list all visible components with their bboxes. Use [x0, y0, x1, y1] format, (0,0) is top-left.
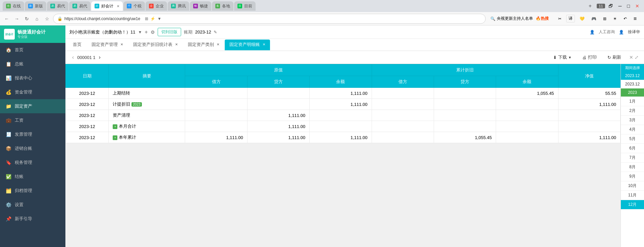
browser-tab-3[interactable]: 易易代 — [69, 1, 91, 11]
browser-tab-1[interactable]: 新新版 — [25, 1, 46, 11]
cell-0-orig-debit — [185, 88, 247, 99]
browser-tab-6[interactable]: 企企业 — [146, 1, 167, 11]
bookmark-button[interactable]: ☆ — [43, 15, 51, 23]
browser-tab-9[interactable]: 各各地 — [212, 1, 233, 11]
period-item-8[interactable]: 6月 — [621, 144, 644, 153]
sidebar-item-设置[interactable]: ⚙️ 设置 — [0, 198, 65, 212]
content-tab-1[interactable]: 固定资产管理 ✕ — [87, 40, 128, 50]
qr-icon[interactable]: ⊞ — [145, 16, 148, 21]
sidebar-item-报表中心[interactable]: 📊 报表中心 — [0, 71, 65, 85]
browser-tab-10[interactable]: 目目前 — [234, 1, 256, 11]
brightness-icon[interactable]: ☀ — [611, 16, 619, 22]
refresh-button[interactable]: ↻ 刷新 — [605, 53, 624, 62]
close-panel-icon[interactable]: ✕ — [629, 55, 633, 60]
close-window-icon[interactable]: ✕ — [633, 3, 641, 9]
browser-tab-2[interactable]: 易易代 — [47, 1, 68, 11]
content-tab-0[interactable]: 首页 — [68, 40, 86, 50]
dropdown-icon[interactable]: ▼ — [138, 30, 142, 35]
period-item-6[interactable]: 4月 — [621, 125, 644, 134]
row-expand-icon[interactable]: + — [113, 124, 117, 129]
wallet-icon[interactable]: 💛 — [578, 16, 587, 22]
consult-label[interactable]: 人工咨询 — [599, 29, 615, 35]
period-item-7[interactable]: 5月 — [621, 134, 644, 144]
content-tab-2[interactable]: 固定资产折旧统计表 ✕ — [128, 40, 182, 50]
sidebar-item-进销台账[interactable]: 📦 进销台账 — [0, 141, 65, 156]
download-dropdown-icon[interactable]: ▼ — [568, 56, 572, 59]
history-icon[interactable]: ↶ — [622, 16, 629, 22]
scissors-icon[interactable]: ✂ — [556, 16, 564, 22]
tab-close-4[interactable]: ✕ — [117, 4, 119, 8]
address-bar: ← → ↻ ⌂ ☆ 🔒 https://cloud.chanjet.com/ac… — [0, 12, 644, 25]
period-item-0[interactable]: 2023.12 — [621, 72, 644, 80]
period-item-14[interactable]: 12月 — [621, 200, 644, 209]
refresh-button[interactable]: ↻ — [23, 15, 31, 23]
browser-tab-5[interactable]: 个个税 — [123, 1, 145, 11]
sidebar-item-结账[interactable]: ✅ 结账 — [0, 170, 65, 184]
cell-4-dep-debit — [372, 132, 434, 143]
sidebar-item-发票管理[interactable]: 🧾 发票管理 — [0, 127, 65, 141]
restore-window-icon[interactable]: 🗗 — [606, 3, 615, 9]
header-dep-balance: 余额 — [496, 76, 558, 88]
sidebar-item-新手引导[interactable]: 📌 新手引导 — [0, 212, 65, 226]
minimize-icon[interactable]: ─ — [616, 3, 624, 9]
period-item-4[interactable]: 2月 — [621, 106, 644, 116]
tab-favicon-8: 畅 — [193, 4, 198, 8]
period-item-10[interactable]: 8月 — [621, 163, 644, 172]
sidebar-item-工资[interactable]: 💼 工资 — [0, 113, 65, 127]
period-item-2[interactable]: 2023 — [621, 88, 644, 97]
grid-icon[interactable]: ⊞ — [601, 16, 608, 22]
cast-icon[interactable]: ⚡ — [150, 16, 155, 21]
period-item-13[interactable]: 11月 — [621, 191, 644, 200]
content-tab-close-2[interactable]: ✕ — [175, 43, 178, 46]
browser-tab-0[interactable]: 在在线 — [3, 1, 24, 11]
next-arrow[interactable]: › — [98, 54, 102, 60]
expand-panel-icon[interactable]: ⤢ — [635, 55, 639, 60]
browser-tab-4[interactable]: 好好会计✕ — [91, 1, 123, 11]
home-button[interactable]: ⌂ — [33, 15, 41, 23]
sidebar-item-税务管理[interactable]: 🔖 税务管理 — [0, 156, 65, 170]
dropdown-arrow-icon[interactable]: ▼ — [157, 16, 161, 21]
print-button[interactable]: 🖨 打印 — [580, 53, 599, 62]
back-button[interactable]: ← — [3, 15, 11, 23]
period-item-1[interactable]: 2023.12 — [621, 80, 644, 88]
switch-version-button[interactable]: 切到旧版 — [158, 28, 181, 36]
sidebar-item-资金管理[interactable]: 💰 资金管理 — [0, 85, 65, 99]
sidebar-icon-5: 💼 — [5, 117, 11, 123]
app-logo: 好会计 — [4, 29, 15, 40]
browser-tab-8[interactable]: 畅畅捷 — [190, 1, 211, 11]
menu-icon[interactable]: ≡ — [632, 15, 639, 22]
row-expand-icon[interactable]: + — [113, 135, 117, 140]
game-icon[interactable]: 🎮 — [589, 16, 598, 22]
edit-period-icon[interactable]: ✎ — [214, 30, 217, 35]
url-bar[interactable]: 🔒 https://cloud.chanjet.com/accounting/u… — [53, 14, 486, 24]
period-item-3[interactable]: 1月 — [621, 97, 644, 106]
content-tab-close-3[interactable]: ✕ — [217, 43, 219, 46]
download-button[interactable]: ⬇ 下载 ▼ — [550, 53, 574, 62]
new-tab-button[interactable]: + — [585, 1, 595, 11]
app-title: 畅捷通好会计 — [17, 29, 46, 35]
period-item-11[interactable]: 9月 — [621, 172, 644, 181]
maximize-icon[interactable]: □ — [625, 3, 632, 9]
forward-button[interactable]: → — [13, 15, 21, 23]
prev-arrow[interactable]: ‹ — [71, 54, 75, 60]
content-tab-close-4[interactable]: ✕ — [263, 43, 265, 46]
period-item-12[interactable]: 10月 — [621, 181, 644, 191]
content-tab-3[interactable]: 固定资产类别 ✕ — [183, 40, 224, 50]
period-item-9[interactable]: 7月 — [621, 153, 644, 163]
period-item-5[interactable]: 3月 — [621, 116, 644, 125]
browser-tab-7[interactable]: 腾腾讯 — [168, 1, 189, 11]
sidebar-item-固定资产[interactable]: 📁 固定资产 — [0, 99, 65, 113]
right-panel: 刘小艳演示账套（勿删勿动！）11 ▼ + ⚙ 切到旧版 账期 2023-12 ✎… — [65, 25, 644, 247]
add-account-icon[interactable]: + — [145, 29, 148, 35]
sidebar-item-归档管理[interactable]: 🗂️ 归档管理 — [0, 184, 65, 198]
hot-search-label[interactable]: 🔥热搜 — [536, 16, 549, 21]
settings-icon[interactable]: ⚙ — [151, 29, 155, 35]
content-tab-close-1[interactable]: ✕ — [120, 43, 123, 46]
content-tab-4[interactable]: 固定资产明细账 ✕ — [225, 40, 270, 50]
sidebar-item-总账[interactable]: 📋 总账 — [0, 57, 65, 71]
user-name-label[interactable]: 徐译华 — [628, 29, 640, 35]
cell-3-net-value — [558, 121, 620, 132]
translate-icon[interactable]: 译 — [566, 15, 575, 22]
tab-label-10: 目前 — [244, 3, 252, 9]
sidebar-item-首页[interactable]: 🏠 首页 — [0, 43, 65, 57]
